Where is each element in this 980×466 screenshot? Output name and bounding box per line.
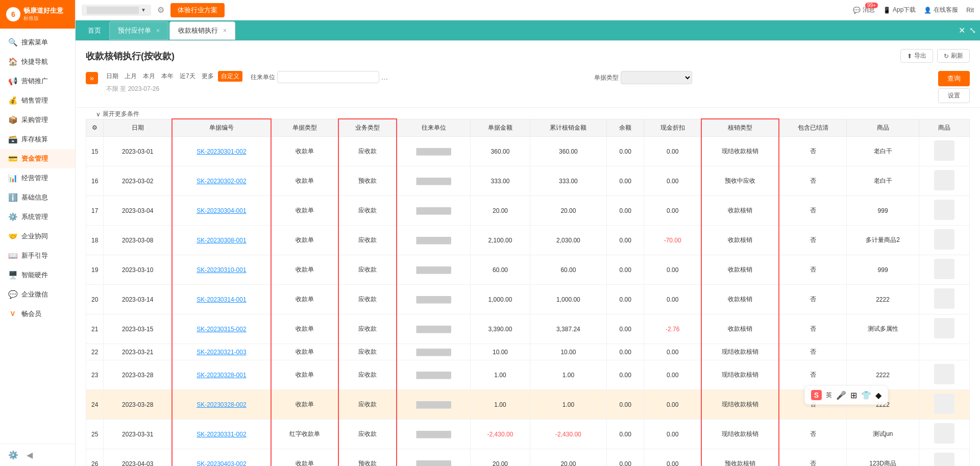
bill-no-link[interactable]: SK-20230331-002 [197,431,246,438]
finance-icon: 💳 [8,154,17,163]
sidebar-item-basic[interactable]: ℹ️ 基础信息 [0,188,75,207]
table-row[interactable]: 16 2023-03-02 SK-20230302-002 收款单 预收款 ██… [86,166,970,196]
date-btn-custom[interactable]: 自定义 [218,71,242,82]
table-row[interactable]: 18 2023-03-08 SK-20230308-001 收款单 应收款 ██… [86,226,970,255]
bill-no-link[interactable]: SK-20230301-002 [197,148,246,155]
sidebar-item-quick-nav[interactable]: 🏠 快捷导航 [0,52,75,71]
cell-biz-type: 应收款 [338,314,396,344]
cell-balance: 0.00 [607,360,644,390]
cell-amount: 20.00 [471,196,530,226]
bill-no-link[interactable]: SK-20230314-001 [197,296,246,303]
table-row[interactable]: 19 2023-03-10 SK-20230310-001 收款单 应收款 ██… [86,255,970,285]
cell-goods: 123D商品 [847,449,919,467]
date-range-display: 不限 至 2023-07-26 [106,85,242,93]
unit-more-icon[interactable]: ... [381,72,388,82]
query-button[interactable]: 查询 [938,71,970,86]
col-amount: 单据金额 [471,119,530,137]
cell-balance: 0.00 [607,137,644,166]
date-btn-this-month[interactable]: 本月 [141,71,157,82]
cell-cancel-amount: 1.00 [530,390,607,420]
system-icon: ⚙️ [8,212,17,222]
table-row[interactable]: 25 2023-03-31 SK-20230331-002 红字收款单 应收款 … [86,420,970,449]
settings-bottom-icon[interactable]: ⚙️ [8,450,18,460]
sidebar-item-weixin[interactable]: 💬 企业微信 [0,285,75,304]
cell-goods: 999 [847,255,919,285]
sidebar-item-search[interactable]: 🔍 搜索菜单 [0,33,75,52]
table-row[interactable]: 26 2023-04-03 SK-20230403-002 收款单 预收款 ██… [86,449,970,467]
bill-no-link[interactable]: SK-20230321-003 [197,349,246,356]
collapse-icon[interactable]: ◀ [27,450,33,460]
gear-icon[interactable]: ⚙ [155,3,166,17]
tab-collect-close-icon[interactable]: × [223,27,227,34]
sidebar-item-label: 快捷导航 [21,57,48,66]
solution-button[interactable]: 体验行业方案 [170,3,225,17]
bill-no-link[interactable]: SK-20230328-001 [197,372,246,379]
table-row[interactable]: 15 2023-03-01 SK-20230301-002 收款单 应收款 ██… [86,137,970,166]
tab-home[interactable]: 首页 [80,22,109,39]
sidebar-item-marketing[interactable]: 📢 营销推广 [0,71,75,91]
service-button[interactable]: 👤 在线客服 [924,6,958,14]
date-btn-last-month[interactable]: 上月 [122,71,139,82]
settings-button[interactable]: 设置 [938,88,970,103]
sidebar-item-guide[interactable]: 📖 新手引导 [0,246,75,265]
bill-no-link[interactable]: SK-20230308-001 [197,237,246,244]
sidebar-item-hardware[interactable]: 🖥️ 智能硬件 [0,265,75,285]
table-row[interactable]: 17 2023-03-04 SK-20230304-001 收款单 应收款 ██… [86,196,970,226]
cell-cash-discount: -2.76 [644,314,702,344]
date-btn-7days[interactable]: 近7天 [178,71,198,82]
cell-include-settled: 否 [779,420,846,449]
unit-input[interactable] [277,71,379,83]
sidebar-item-label: 新手引导 [21,251,48,260]
refresh-button[interactable]: ↻ 刷新 [937,49,970,63]
maximize-icon[interactable]: ⤡ [969,26,976,35]
tab-collect[interactable]: 收款核销执行 × [169,21,235,40]
sidebar-item-system[interactable]: ⚙️ 系统管理 [0,207,75,227]
app-download-button[interactable]: 📱 App下载 [883,6,916,14]
table-row[interactable]: 23 2023-03-28 SK-20230328-001 收款单 应收款 ██… [86,360,970,390]
bill-no-link[interactable]: SK-20230403-002 [197,460,246,467]
cell-seq: 17 [86,196,104,226]
cell-bill-type: 收款单 [271,449,339,467]
table-row[interactable]: 22 2023-03-21 SK-20230321-003 收款单 应收款 ██… [86,344,970,360]
main-area: ████████████ ▼ ⚙ 体验行业方案 💬 消息 99+ 📱 App下载… [76,0,980,466]
sidebar-item-finance[interactable]: 💳 资金管理 [0,149,75,168]
bill-type-select[interactable] [621,71,692,84]
date-btn-this-year[interactable]: 本年 [159,71,176,82]
cell-seq: 22 [86,344,104,360]
tab-close-icon[interactable]: × [156,27,160,34]
bill-no-link[interactable]: SK-20230304-001 [197,207,246,214]
cell-unit: ████████ [397,420,471,449]
date-btn-more[interactable]: 更多 [200,71,216,82]
tab-prepay[interactable]: 预付应付单 × [109,21,168,40]
sidebar-item-label: 经营管理 [21,174,48,183]
bill-type-filter-group: 单据类型 [594,71,930,84]
sidebar-item-inventory[interactable]: 🗃️ 库存核算 [0,130,75,149]
bill-no-link[interactable]: SK-20230302-002 [197,178,246,185]
unit-label: 往来单位 [251,73,275,82]
expand-more-button[interactable]: ∨ 展开更多条件 [96,110,980,118]
bill-no-link[interactable]: SK-20230328-002 [197,401,246,408]
col-settings[interactable]: ⚙ [86,119,104,137]
workspace-selector[interactable]: ████████████ ▼ [82,5,151,16]
table-row[interactable]: 20 2023-03-14 SK-20230314-001 收款单 应收款 ██… [86,285,970,314]
table-row[interactable]: 21 2023-03-15 SK-20230315-002 收款单 应收款 ██… [86,314,970,344]
sidebar-item-enterprise[interactable]: 🤝 企业协同 [0,227,75,246]
sidebar-item-sales[interactable]: 💰 销售管理 [0,91,75,110]
bill-no-link[interactable]: SK-20230315-002 [197,326,246,333]
filter-toggle-button[interactable]: » [86,72,98,84]
close-window-icon[interactable]: ✕ [959,26,965,35]
sidebar-item-operation[interactable]: 📊 经营管理 [0,168,75,188]
cell-bill-type: 收款单 [271,314,339,344]
cell-cancel-type: 现结收款核销 [701,420,779,449]
message-button[interactable]: 💬 消息 99+ [853,6,875,14]
table-row[interactable]: 24 2023-03-28 SK-20230328-002 收款单 应收款 ██… [86,390,970,420]
cell-bill-no: SK-20230308-001 [172,226,271,255]
date-label: 日期 [106,72,118,81]
member-icon: V [8,309,17,318]
sidebar-item-member[interactable]: V 畅会员 [0,304,75,324]
sidebar-item-label: 系统管理 [21,212,48,222]
sidebar-item-purchase[interactable]: 📦 采购管理 [0,110,75,130]
bill-no-link[interactable]: SK-20230310-001 [197,266,246,274]
export-button[interactable]: ⬆ 导出 [900,49,933,63]
cell-seq: 26 [86,449,104,467]
